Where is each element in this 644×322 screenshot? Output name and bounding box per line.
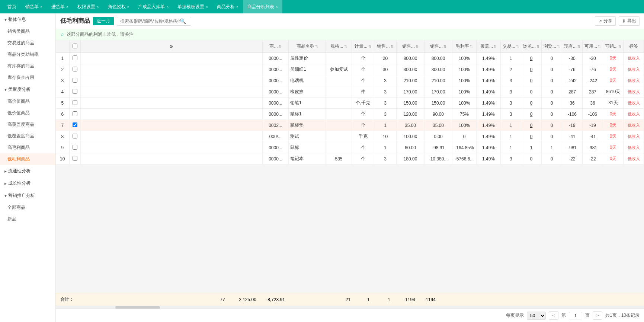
nav-product-analysis[interactable]: 商品分析 × (212, 0, 243, 13)
sidebar-item-stocked-products[interactable]: 有库存的商品 (0, 60, 55, 72)
sidebar-group-circulation[interactable]: ▸ 流通性分析 (0, 165, 55, 177)
close-icon[interactable]: × (127, 5, 129, 9)
close-icon[interactable]: × (97, 5, 99, 9)
row-checkbox-cell[interactable] (69, 153, 80, 165)
th-tag[interactable]: 标签 (624, 40, 644, 53)
browse1-link[interactable]: 0 (530, 156, 533, 162)
period-button[interactable]: 近一月 (93, 17, 114, 25)
export-button[interactable]: ⬇ 导出 (619, 16, 640, 26)
nav-sales-order[interactable]: 销货单 × (21, 0, 47, 13)
select-all-checkbox[interactable] (73, 44, 77, 48)
row-checkbox-cell[interactable] (69, 142, 80, 153)
row-browse1[interactable]: 0 (521, 98, 542, 109)
row-checkbox[interactable] (73, 67, 77, 71)
row-browse1[interactable]: 0 (521, 75, 542, 86)
browse1-link[interactable]: 0 (530, 123, 533, 128)
th-sales-qty[interactable]: 销售... ⇅ (374, 40, 397, 53)
sidebar-item-high-profit[interactable]: 高毛利商品 (0, 142, 55, 153)
close-icon[interactable]: × (166, 5, 169, 9)
sidebar-item-capital[interactable]: 库存资金占用 (0, 72, 55, 83)
row-checkbox[interactable] (73, 145, 77, 150)
row-browse1[interactable]: 0 (521, 120, 542, 131)
sidebar-group-cluster[interactable]: ▾ 类聚度分析 (0, 83, 55, 96)
row-browse1[interactable]: 0 (521, 131, 542, 142)
close-icon[interactable]: × (206, 5, 208, 9)
sidebar-item-sales-products[interactable]: 销售类商品 (0, 26, 55, 37)
nav-product-instock[interactable]: 产成品入库单 × (134, 0, 173, 13)
row-browse1[interactable]: 0 (521, 53, 542, 64)
share-button[interactable]: ↗ 分享 (595, 16, 616, 26)
th-current[interactable]: 现有... ⇅ (562, 40, 583, 53)
table-area[interactable]: ⚙ 商... ⇅ 商品名称 ⇅ (56, 40, 644, 293)
th-coverage[interactable]: 覆盖... ⇅ (477, 40, 501, 53)
browse1-link[interactable]: 0 (530, 78, 533, 83)
th-gross-rate[interactable]: 毛利率 ⇅ (452, 40, 477, 53)
nav-home[interactable]: 首页 (3, 0, 21, 13)
sidebar-item-low-value[interactable]: 低价值商品 (0, 107, 55, 119)
row-checkbox-cell[interactable] (69, 120, 80, 131)
row-checkbox-cell[interactable] (69, 109, 80, 120)
horizontal-scrollbar[interactable] (56, 306, 644, 309)
nav-role-auth[interactable]: 角色授权 × (103, 0, 134, 13)
row-checkbox-cell[interactable] (69, 98, 80, 109)
search-input[interactable] (120, 19, 180, 24)
browse1-link[interactable]: 0 (530, 56, 533, 61)
browse1-link[interactable]: 0 (530, 101, 533, 106)
row-checkbox[interactable] (73, 156, 77, 161)
row-checkbox[interactable] (73, 111, 77, 116)
th-browse2[interactable]: 浏览... ⇅ (542, 40, 562, 53)
row-checkbox[interactable] (73, 122, 77, 127)
sidebar-group-growth[interactable]: ▸ 成长性分析 (0, 177, 55, 189)
prev-page-button[interactable]: ＜ (549, 311, 558, 320)
sidebar-item-low-profit[interactable]: 低毛利商品 (0, 153, 55, 165)
sidebar-item-new-products[interactable]: 新品 (0, 213, 55, 225)
next-page-button[interactable]: ＞ (593, 311, 602, 320)
browse1-link[interactable]: 0 (530, 134, 533, 139)
nav-purchase-order[interactable]: 进货单 × (47, 0, 73, 13)
th-check[interactable] (69, 40, 80, 53)
th-sales-amt[interactable]: 销售... ⇅ (397, 40, 424, 53)
row-checkbox-cell[interactable] (69, 86, 80, 98)
page-number-input[interactable] (569, 312, 582, 319)
sidebar-item-category-rate[interactable]: 商品分类助销率 (0, 49, 55, 60)
browse1-link[interactable]: 1 (530, 145, 533, 150)
th-saleable[interactable]: 可销... ⇅ (603, 40, 624, 53)
row-browse1[interactable]: 1 (521, 142, 542, 153)
row-checkbox[interactable] (73, 89, 77, 94)
sidebar-item-traded-products[interactable]: 交易过的商品 (0, 37, 55, 49)
row-browse1[interactable]: 0 (521, 86, 542, 98)
th-settings[interactable]: ⚙ (80, 40, 263, 53)
sidebar-item-low-coverage[interactable]: 低覆盖度商品 (0, 130, 55, 142)
sidebar-group-marketing[interactable]: ▾ 营销推广分析 (0, 189, 55, 202)
nav-template-settings[interactable]: 单据模板设置 × (173, 0, 212, 13)
nav-product-analysis-list[interactable]: 商品分析列表 × (243, 0, 282, 13)
th-trade[interactable]: 交易... ⇅ (501, 40, 521, 53)
row-browse1[interactable]: 0 (521, 153, 542, 165)
row-checkbox-cell[interactable] (69, 53, 80, 64)
th-sales-profit[interactable]: 销售... ⇅ (424, 40, 452, 53)
browse1-link[interactable]: 0 (530, 89, 533, 95)
th-code[interactable]: 商... ⇅ (263, 40, 289, 53)
row-browse1[interactable]: 0 (521, 64, 542, 75)
sidebar-group-overall[interactable]: ▾ 整体信息 (0, 13, 55, 26)
close-icon[interactable]: × (40, 5, 42, 9)
row-checkbox-cell[interactable] (69, 64, 80, 75)
nav-permissions[interactable]: 权限设置 × (73, 0, 103, 13)
th-available[interactable]: 可用... ⇅ (583, 40, 603, 53)
th-name[interactable]: 商品名称 ⇅ (289, 40, 326, 53)
th-spec[interactable]: 规格... ⇅ (326, 40, 352, 53)
browse1-link[interactable]: 0 (530, 112, 533, 117)
per-page-select[interactable]: 50 100 200 (527, 312, 546, 320)
row-checkbox[interactable] (73, 78, 77, 83)
row-browse1[interactable]: 0 (521, 109, 542, 120)
row-checkbox[interactable] (73, 134, 77, 138)
th-browse1[interactable]: 浏览... ⇅ (521, 40, 542, 53)
row-checkbox-cell[interactable] (69, 75, 80, 86)
close-icon[interactable]: × (236, 5, 238, 9)
sidebar-item-all-products[interactable]: 全部商品 (0, 202, 55, 213)
sidebar-item-high-coverage[interactable]: 高覆盖度商品 (0, 119, 55, 130)
sidebar-item-high-value[interactable]: 高价值商品 (0, 96, 55, 107)
close-icon[interactable]: × (66, 5, 68, 9)
row-checkbox[interactable] (73, 55, 77, 60)
th-unit[interactable]: 计量... ⇅ (352, 40, 374, 53)
